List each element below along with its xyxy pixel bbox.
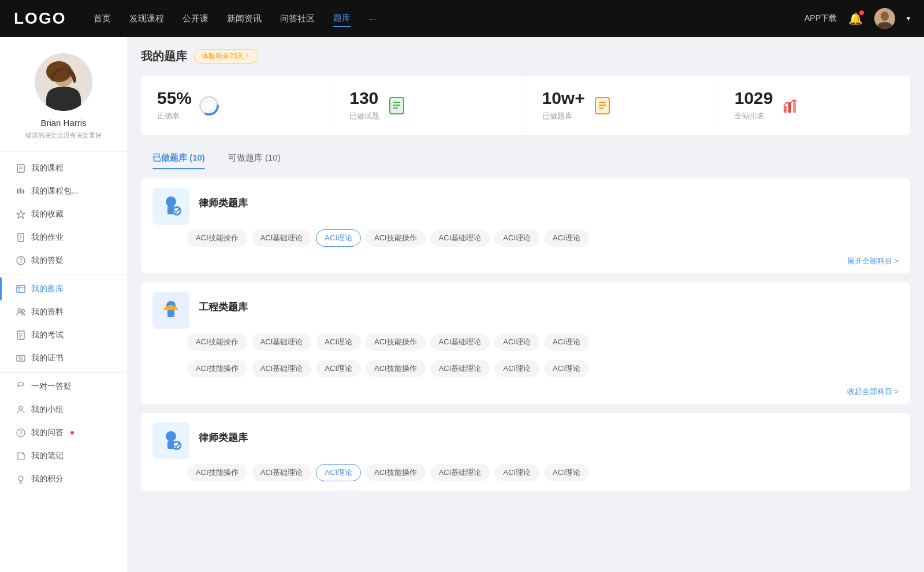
svg-rect-19	[17, 285, 25, 292]
tag[interactable]: ACI理论	[316, 360, 361, 377]
tag[interactable]: ACI理论	[316, 333, 361, 351]
sidebar-item-label: 我的答疑	[31, 255, 64, 266]
stat-rank-label: 全站排名	[735, 112, 765, 120]
qbank-name-engineer: 工程类题库	[199, 300, 248, 314]
app-download-link[interactable]: APP下载	[804, 13, 837, 24]
stat-accuracy: 55% 正确率	[141, 76, 333, 135]
sidebar-item-label: 我的课程	[31, 163, 64, 173]
tag[interactable]: ACI基础理论	[430, 333, 490, 351]
sidebar-motto: 错误的决定比没有决定要好	[25, 131, 102, 140]
sidebar-item-groups[interactable]: 我的小组	[0, 398, 127, 421]
sidebar-item-materials[interactable]: 我的资料	[0, 300, 127, 324]
nav-public-course[interactable]: 公开课	[182, 11, 208, 27]
tag[interactable]: ACI基础理论	[252, 464, 312, 481]
sidebar-item-homework[interactable]: 我的作业	[0, 226, 127, 249]
nav-qbank[interactable]: 题库	[333, 10, 351, 27]
sidebar-item-favorites[interactable]: 我的收藏	[0, 203, 127, 226]
svg-rect-59	[167, 310, 174, 317]
tab-done-banks[interactable]: 已做题库 (10)	[141, 147, 217, 169]
stats-row: 55% 正确率 130 已做试题	[141, 76, 910, 135]
collapse-link-engineer[interactable]: 收起全部科目 >	[141, 387, 910, 404]
sidebar-item-label: 我的收藏	[31, 209, 64, 220]
svg-text:?: ?	[19, 258, 23, 264]
tag[interactable]: ACI理论	[544, 333, 589, 351]
svg-rect-9	[17, 189, 18, 194]
sidebar-item-certificate[interactable]: 我的证书	[0, 347, 127, 370]
tag[interactable]: ACI理论	[494, 229, 539, 247]
sidebar-item-label: 我的作业	[31, 232, 64, 243]
tag[interactable]: ACI理论	[544, 360, 589, 377]
nav-menu: 首页 发现课程 公开课 新闻资讯 问答社区 题库 ···	[94, 10, 804, 27]
tag[interactable]: ACI理论	[494, 333, 539, 351]
nav-qa[interactable]: 问答社区	[280, 11, 315, 27]
engineer-icon	[152, 292, 189, 329]
sidebar-item-my-course[interactable]: 我的课程	[0, 157, 127, 180]
tag[interactable]: ACI技能操作	[187, 464, 247, 481]
sidebar-item-label: 我的考试	[31, 330, 64, 340]
sidebar-item-qa[interactable]: ? 我的答疑	[0, 249, 127, 272]
tag[interactable]: ACI技能操作	[366, 229, 426, 247]
sidebar-item-exams[interactable]: 我的考试	[0, 324, 127, 347]
sidebar-profile: Brian Harris 错误的决定比没有决定要好	[0, 37, 127, 152]
sidebar-item-1on1-qa[interactable]: 一对一答疑	[0, 375, 127, 398]
tag[interactable]: ACI技能操作	[366, 464, 426, 481]
sidebar-item-label: 我的课程包...	[31, 186, 79, 196]
svg-rect-10	[20, 188, 21, 194]
nav-discover[interactable]: 发现课程	[129, 11, 164, 27]
groups-icon	[16, 405, 25, 414]
stat-done-q-label: 已做试题	[349, 112, 379, 120]
tag[interactable]: ACI基础理论	[430, 360, 490, 377]
trial-badge: 体验剩余23天！	[194, 49, 258, 64]
svg-point-23	[19, 310, 20, 311]
tag[interactable]: ACI技能操作	[187, 229, 247, 247]
svg-text:?: ?	[19, 430, 23, 436]
tag[interactable]: ACI理论	[494, 464, 539, 481]
qbank-name-lawyer-1: 律师类题库	[199, 196, 248, 210]
tag-active[interactable]: ACI理论	[316, 229, 361, 247]
avatar[interactable]	[874, 8, 895, 29]
svg-point-1	[881, 12, 889, 21]
accuracy-icon	[199, 95, 219, 116]
course-package-icon	[16, 187, 25, 196]
navbar-right: APP下载 🔔 ▾	[804, 8, 910, 29]
tag[interactable]: ACI理论	[544, 464, 589, 481]
tag[interactable]: ACI理论	[494, 360, 539, 377]
tags-row-engineer-2: ACI技能操作 ACI基础理论 ACI理论 ACI技能操作 ACI基础理论 AC…	[141, 360, 910, 387]
sidebar-item-qbank[interactable]: 我的题库	[0, 277, 127, 300]
notification-bell[interactable]: 🔔	[848, 12, 863, 25]
expand-link-lawyer-1[interactable]: 展开全部科目 >	[141, 256, 910, 273]
sidebar-menu: 我的课程 我的课程包... 我的收藏 我的作业	[0, 152, 127, 495]
sidebar-item-my-qa[interactable]: ? 我的问答	[0, 421, 127, 444]
sidebar-item-course-package[interactable]: 我的课程包...	[0, 180, 127, 203]
tag[interactable]: ACI技能操作	[187, 360, 247, 377]
tag[interactable]: ACI技能操作	[366, 333, 426, 351]
tab-available-banks[interactable]: 可做题库 (10)	[217, 147, 292, 169]
qbank-section-lawyer-1: 律师类题库 ACI技能操作 ACI基础理论 ACI理论 ACI技能操作 ACI基…	[141, 179, 910, 273]
tag[interactable]: ACI基础理论	[252, 333, 312, 351]
svg-rect-11	[23, 190, 24, 194]
user-dropdown-icon[interactable]: ▾	[907, 14, 910, 23]
sidebar-item-points[interactable]: 我的积分	[0, 467, 127, 491]
exams-icon	[16, 330, 25, 340]
tag[interactable]: ACI技能操作	[366, 360, 426, 377]
page-title: 我的题库	[141, 49, 187, 64]
tag[interactable]: ACI基础理论	[430, 464, 490, 481]
tag[interactable]: ACI基础理论	[252, 229, 312, 247]
tag[interactable]: ACI基础理论	[252, 360, 312, 377]
tag[interactable]: ACI基础理论	[430, 229, 490, 247]
page-header: 我的题库 体验剩余23天！	[141, 49, 910, 64]
tag-active[interactable]: ACI理论	[316, 464, 361, 481]
tag[interactable]: ACI技能操作	[187, 333, 247, 351]
tabs-row: 已做题库 (10) 可做题库 (10)	[141, 147, 910, 169]
svg-point-32	[19, 406, 23, 410]
materials-icon	[16, 307, 25, 317]
certificate-icon	[16, 354, 25, 363]
nav-more[interactable]: ···	[369, 12, 377, 26]
sidebar-item-notes[interactable]: 我的笔记	[0, 444, 127, 467]
svg-rect-51	[784, 106, 787, 113]
tag[interactable]: ACI理论	[544, 229, 589, 247]
points-icon	[16, 474, 25, 484]
nav-home[interactable]: 首页	[94, 11, 111, 27]
nav-news[interactable]: 新闻资讯	[227, 11, 262, 27]
notification-dot	[859, 10, 864, 15]
